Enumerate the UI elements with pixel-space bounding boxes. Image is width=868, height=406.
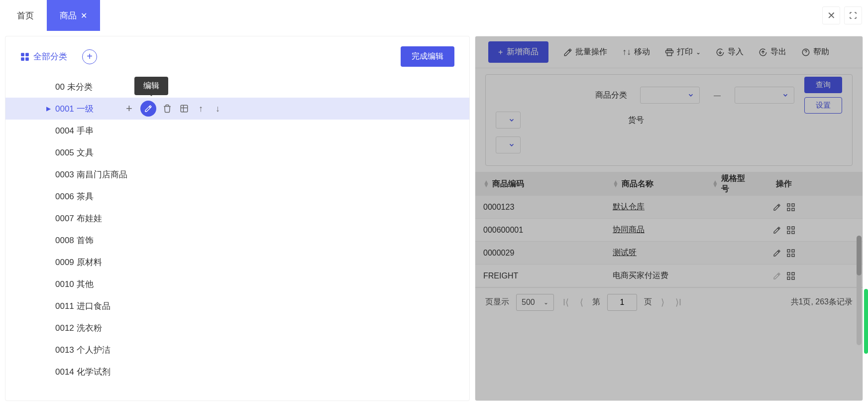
row-more-icon[interactable] (786, 202, 796, 212)
category-label: 0013 个人护洁 (55, 344, 110, 356)
add-child-icon[interactable]: + (123, 103, 135, 115)
svg-rect-11 (792, 208, 794, 211)
category-item[interactable]: 0006 茶具 (5, 185, 469, 207)
grid-icon (20, 52, 29, 61)
page-suffix: 页 (644, 297, 652, 307)
svg-rect-14 (787, 231, 790, 234)
per-page-select[interactable]: 500 ⌄ (516, 294, 554, 311)
move-button[interactable]: ↑↓ 移动 (622, 47, 650, 57)
category-item[interactable]: 0012 洗衣粉 (5, 317, 469, 339)
svg-rect-12 (787, 227, 790, 229)
first-page-icon[interactable]: I⟨ (561, 297, 571, 308)
all-categories-link[interactable]: 全部分类 (33, 51, 67, 62)
category-item[interactable]: 00 未分类 (5, 76, 469, 98)
row-more-icon[interactable] (786, 225, 796, 235)
table-row[interactable]: 0000029测试呀 (475, 242, 863, 265)
category-item[interactable]: 0009 原材料 (5, 251, 469, 273)
category-item[interactable]: 0011 进口食品 (5, 295, 469, 317)
batch-ops-button[interactable]: 批量操作 (563, 47, 607, 57)
sort-icon: ↑↓ (622, 47, 631, 57)
add-category-button[interactable]: + (82, 49, 97, 64)
category-item[interactable]: 0007 布娃娃 (5, 207, 469, 229)
fullscreen-icon[interactable] (844, 6, 862, 24)
svg-rect-18 (787, 254, 790, 257)
table-row[interactable]: 0000123默认仓库 (475, 196, 863, 219)
row-edit-icon[interactable] (772, 202, 782, 212)
export-label: 导出 (770, 47, 786, 57)
svg-rect-4 (181, 105, 188, 112)
page-scrollbar-thumb[interactable] (864, 289, 868, 354)
product-name-link[interactable]: 协同商品 (613, 225, 645, 235)
filter-category-to[interactable] (735, 87, 794, 104)
sort-icon[interactable]: ▲▼ (483, 180, 489, 187)
export-icon (759, 48, 767, 57)
category-editor-panel: 全部分类 + 完成编辑 00 未分类▶0001 一级+编辑↑↓0004 手串00… (5, 36, 470, 401)
category-item[interactable]: 0014 化学试剂 (5, 361, 469, 383)
category-item[interactable]: 0008 首饰 (5, 229, 469, 251)
move-up-icon[interactable]: ↑ (195, 103, 207, 115)
edit-icon (563, 48, 572, 57)
tooltip: 编辑 (134, 77, 168, 95)
tab-products[interactable]: 商品 ✕ (47, 0, 100, 31)
svg-rect-16 (787, 250, 790, 252)
row-edit-icon[interactable] (772, 248, 782, 258)
svg-rect-22 (787, 277, 790, 279)
category-label: 0014 化学试剂 (55, 366, 110, 378)
close-all-tabs-icon[interactable]: ✕ (822, 6, 840, 24)
print-button[interactable]: 打印 ⌄ (665, 47, 701, 57)
per-page-value: 500 (522, 298, 535, 307)
edit-icon[interactable]: 编辑 (140, 101, 156, 117)
prev-page-icon[interactable]: ⟨ (578, 297, 585, 308)
category-item[interactable]: 0005 文具 (5, 141, 469, 163)
category-label: 0012 洗衣粉 (55, 322, 102, 334)
finish-edit-button[interactable]: 完成编辑 (401, 46, 454, 67)
last-page-icon[interactable]: ⟩I (673, 297, 683, 308)
batch-ops-label: 批量操作 (575, 47, 607, 57)
tab-products-label: 商品 (60, 10, 77, 21)
tab-home[interactable]: 首页 (4, 0, 47, 31)
export-button[interactable]: 导出 (759, 47, 786, 57)
category-item[interactable]: 0010 其他 (5, 273, 469, 295)
row-more-icon[interactable] (786, 271, 796, 281)
help-button[interactable]: 帮助 (801, 47, 829, 57)
table-row[interactable]: 000600001协同商品 (475, 219, 863, 242)
category-tree[interactable]: 00 未分类▶0001 一级+编辑↑↓0004 手串0005 文具0003 南昌… (5, 76, 469, 401)
category-item[interactable]: 0004 手串 (5, 120, 469, 141)
sort-icon[interactable]: ▲▼ (712, 180, 718, 187)
query-button[interactable]: 查询 (804, 77, 842, 93)
category-label: 0011 进口食品 (55, 300, 110, 312)
category-item[interactable]: 0003 南昌门店商品 (5, 163, 469, 185)
row-edit-icon[interactable] (772, 225, 782, 235)
caret-right-icon[interactable]: ▶ (46, 105, 51, 112)
th-spec: 规格型号 (721, 173, 746, 194)
table-scrollbar[interactable] (857, 236, 862, 345)
classify-icon[interactable] (178, 103, 190, 115)
move-down-icon[interactable]: ↓ (212, 103, 224, 115)
per-page-label: 页显示 (485, 297, 509, 307)
close-icon[interactable]: ✕ (81, 11, 87, 20)
product-name-link[interactable]: 默认仓库 (613, 202, 645, 212)
next-page-icon[interactable]: ⟩ (659, 297, 666, 308)
category-label: 0005 文具 (55, 147, 94, 158)
svg-rect-3 (25, 57, 29, 61)
svg-rect-6 (667, 52, 672, 55)
category-item[interactable]: 0013 个人护洁 (5, 339, 469, 361)
filter-category-from[interactable] (640, 87, 700, 104)
help-label: 帮助 (813, 47, 829, 57)
settings-button[interactable]: 设置 (804, 97, 842, 114)
product-code: 000600001 (483, 226, 523, 235)
filter-unknown-2[interactable] (496, 136, 521, 153)
page-input[interactable] (607, 294, 637, 311)
filter-unknown-1[interactable] (496, 112, 521, 129)
product-name-link[interactable]: 测试呀 (613, 248, 637, 258)
th-op: 操作 (776, 179, 792, 189)
category-item[interactable]: ▶0001 一级+编辑↑↓ (5, 98, 469, 120)
add-product-button[interactable]: + 新增商品 (488, 41, 548, 63)
row-more-icon[interactable] (786, 248, 796, 258)
delete-icon[interactable] (161, 103, 173, 115)
table-row[interactable]: FREIGHT电商买家付运费 (475, 265, 863, 287)
sort-icon[interactable]: ▲▼ (613, 180, 619, 187)
product-name: 电商买家付运费 (613, 271, 668, 281)
category-label: 0003 南昌门店商品 (55, 169, 127, 180)
import-button[interactable]: 导入 (716, 47, 744, 57)
